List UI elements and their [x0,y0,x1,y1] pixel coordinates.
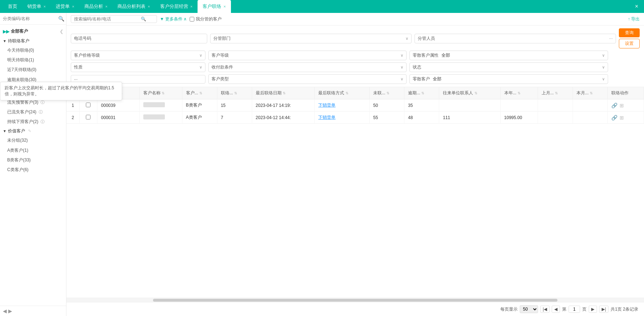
sort-level-icon[interactable]: ⇅ [199,91,202,95]
sidebar-search-icon: 🔍 [58,16,64,22]
nav-item-sales[interactable]: 销货单 × [22,0,51,13]
price-level-label: 客户价格等级 [74,52,100,58]
method-link-2[interactable]: 下销货单 [318,115,335,120]
manager-label: 分管人员 [418,36,435,42]
pagination-bar: 每页显示 50 20 100 |◀ ◀ 第 页 ▶ ▶| 共1页 2条记录 [66,302,644,316]
sidebar-root-all-customers[interactable]: ▶▶ 全部客户 ❮ [0,26,66,37]
edit-icon[interactable]: ✎ [28,129,31,133]
manager-dots-icon[interactable]: ··· [609,36,613,41]
sidebar-item-tomorrow[interactable]: 明天待联络(1) [0,55,66,65]
sidebar-item-lost[interactable]: 已流失客户(24) ⓘ [0,107,66,117]
sort-thismonth-icon[interactable]: ⇅ [590,91,593,95]
sidebar-tree: ▶▶ 全部客户 ❮ ▼ 待联络客户 今天待联络(0) 明天待联络(1) 近7天待… [0,25,66,306]
cell-overdue-2: 48 [404,112,439,124]
nav-item-analysis[interactable]: 商品分析 × [79,0,112,13]
per-page-select[interactable]: 50 20 100 [520,305,538,313]
col-last-contact-date: 最后联络日期 ⇅ [252,87,314,99]
payment-dropdown-icon: ∨ [400,65,403,70]
close-analysis-icon[interactable]: × [105,0,107,13]
nav-item-purchase[interactable]: 进货单 × [51,0,79,13]
prev-page-button[interactable]: ◀ [552,306,560,313]
sort-uncontact-icon[interactable]: ⇅ [386,91,389,95]
sidebar-search-input[interactable] [3,16,57,21]
my-customers-checkbox[interactable] [190,17,194,22]
close-customer-contact-icon[interactable]: × [223,0,226,13]
sidebar-item-classB[interactable]: B类客户(33) [0,155,66,165]
filter-status[interactable]: 状态 ∨ [409,62,608,72]
sort-method-icon[interactable]: ⇅ [346,91,348,95]
action-link-icon-1[interactable]: 🔗 [611,103,617,108]
sort-thisyear-icon[interactable]: ⇅ [518,91,520,95]
close-purchase-icon[interactable]: × [72,0,74,13]
col-this-month: 本月... ⇅ [573,87,607,99]
sidebar-item-today[interactable]: 今天待联络(0) [0,46,66,55]
close-all-button[interactable]: × [635,3,638,10]
settings-button[interactable]: 设置 [619,39,640,48]
first-page-button[interactable]: |◀ [540,306,550,313]
cell-name-1 [139,99,182,112]
page-number-input[interactable] [569,306,580,313]
status-dropdown-icon: ∨ [602,65,605,70]
col-uncontacted: 未联... ⇅ [369,87,404,99]
customer-level-label: 客户等级 [212,52,229,58]
cell-code-2: 000031 [97,112,140,124]
row-checkbox-2[interactable] [86,115,91,119]
nav-item-home[interactable]: 首页 [3,0,22,13]
sidebar-item-classC[interactable]: C类客户(6) [0,165,66,175]
filter-customer-level[interactable]: 客户等级 ∨ [208,51,407,60]
filter-nature[interactable]: 性质 ∨ [71,62,205,72]
action-link-icon-2[interactable]: 🔗 [611,115,617,121]
sidebar-item-declining[interactable]: 持续下滑客户(2) ⓘ [0,117,66,127]
close-analysis-list-icon[interactable]: × [148,0,150,13]
cell-date-2: 2023-04-12 14:44: [252,112,314,124]
status-label: 状态 [413,64,421,70]
sort-unitcontact-icon[interactable]: ⇅ [474,91,477,95]
sidebar: 🔍 ▶▶ 全部客户 ❮ ▼ 待联络客户 今天待联络(0) 明天待联络(1) 近7… [0,13,66,316]
nav-item-analysis-list[interactable]: 商品分析列表 × [112,0,155,13]
col-unit-contact: 往来单位联系人 ⇅ [439,87,500,99]
nav-item-customer-tier[interactable]: 客户分层经营 × [155,0,198,13]
sidebar-right-arrow[interactable]: ▶ [8,308,12,314]
cell-name-2 [139,112,182,124]
dept-label: 分管部门 [213,36,231,42]
sidebar-item-7days[interactable]: 近7天待联络(0) [0,65,66,75]
sort-overdue-icon[interactable]: ⇅ [421,91,424,95]
close-sales-icon[interactable]: × [43,0,46,13]
sort-contact-icon[interactable]: ⇅ [234,91,237,95]
sidebar-group-waiting[interactable]: ▼ 待联络客户 [0,37,66,46]
table-row: 2 000031 A类客户 7 2023-04-12 14:44: 下销货单 5… [66,112,644,124]
method-link-1[interactable]: 下销货单 [318,103,335,108]
collapse-icon: ▶▶ [3,29,9,34]
last-page-button[interactable]: ▶| [599,306,608,313]
next-page-button[interactable]: ▶ [589,306,597,313]
sidebar-left-arrow[interactable]: ◀ [3,308,7,314]
retail-customer-dropdown-icon[interactable]: ∨ [602,77,605,81]
query-button[interactable]: 查询 [619,28,640,37]
retail-attr-value: 全部 [441,52,450,58]
sidebar-item-classA[interactable]: A类客户(1) [0,146,66,155]
filter-customer-type[interactable]: 客户类型 ∨ [208,74,407,84]
export-button[interactable]: ↑ 导出 [628,16,640,22]
sidebar-section-value[interactable]: ▼ 价值客户 ✎ [0,127,66,136]
more-filters-button[interactable]: ▼ 更多条件 ∧ [160,16,187,22]
sort-date-icon[interactable]: ⇅ [283,91,286,95]
retail-attr-dropdown-icon[interactable]: ∨ [602,53,605,58]
nav-item-customer-contact[interactable]: 客户联络 × [198,0,231,13]
cell-lastmonth-2 [538,112,573,124]
action-grid-icon-2[interactable]: ⊞ [620,115,624,121]
filter-search-input[interactable] [74,16,139,22]
close-customer-tier-icon[interactable]: × [190,0,193,13]
action-grid-icon-1[interactable]: ⊞ [620,103,624,108]
sort-name-icon[interactable]: ⇅ [162,91,165,95]
sort-lastmonth-icon[interactable]: ⇅ [555,91,558,95]
col-contact: 联络... ⇅ [217,87,252,99]
sidebar-collapse-arrow[interactable]: ❮ [60,29,63,34]
sidebar-item-ungrouped[interactable]: 未分组(32) [0,136,66,145]
filter-price-level[interactable]: 客户价格等级 ∨ [71,51,205,60]
filter-row-2: 客户价格等级 ∨ 客户等级 ∨ 零散客户属性 全部 ∨ [71,51,640,60]
row-checkbox-1[interactable] [86,103,91,107]
filter-dept[interactable]: 分管部门 ∨ [210,34,412,43]
horizontal-scrollbar[interactable] [66,298,644,302]
cell-actions-1: 🔗 ⊞ [607,99,644,112]
filter-payment[interactable]: 收付款条件 ∨ [208,62,407,72]
